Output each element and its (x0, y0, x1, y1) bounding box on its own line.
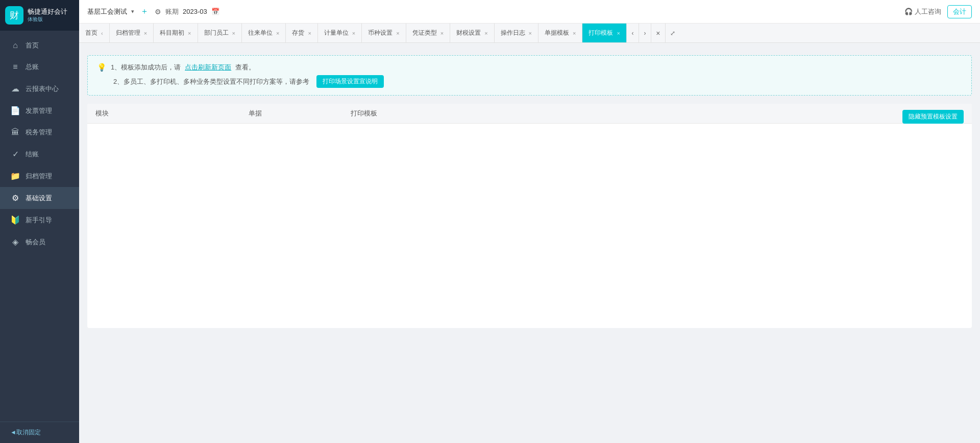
tab-voucher-type[interactable]: 凭证类型 × (406, 24, 450, 43)
company-dropdown-arrow[interactable]: ▾ (131, 8, 134, 15)
tax-icon: 🏛 (10, 128, 20, 137)
hide-template-button[interactable]: 隐藏预置模板设置 (902, 110, 964, 124)
tab-subject-close[interactable]: × (188, 30, 191, 36)
tab-tax-close[interactable]: × (484, 30, 487, 36)
unpin-button[interactable]: ◄取消固定 (0, 422, 79, 443)
sidebar-item-tax[interactable]: 🏛 税务管理 (0, 122, 79, 143)
invoice-icon: 📄 (10, 106, 20, 115)
sidebar-item-archive[interactable]: 📁 归档管理 (0, 165, 79, 187)
account-button[interactable]: 会计 (947, 5, 972, 18)
tab-home-label: 首页 (85, 29, 97, 37)
tab-close-all-button[interactable]: × (651, 24, 666, 43)
sidebar: 财 畅捷通好会计 体验版 ⌂ 首页 ≡ 总账 ☁ 云报表中心 📄 发票管理 🏛 … (0, 0, 79, 443)
guide-icon: 🔰 (10, 215, 20, 225)
sidebar-nav: ⌂ 首页 ≡ 总账 ☁ 云报表中心 📄 发票管理 🏛 税务管理 ✓ 结账 📁 归… (0, 31, 79, 422)
content-wrapper: 隐藏预置模板设置 💡 1、模板添加成功后，请 点击刷新新页面 查看。 2、多员工… (87, 51, 972, 328)
tab-next-button[interactable]: › (639, 24, 651, 43)
tab-operation-log[interactable]: 操作日志 × (495, 24, 538, 43)
topbar: 基层工会测试 ▾ ＋ ⚙ 账期 2023-03 📅 🎧 人工咨询 会计 (79, 0, 980, 24)
tab-prev-button[interactable]: ‹ (627, 24, 639, 43)
sidebar-label-archive: 归档管理 (26, 172, 52, 181)
notice-line1-suffix: 查看。 (235, 63, 255, 72)
tab-voucher-type-close[interactable]: × (440, 30, 444, 36)
tab-unit-label: 计量单位 (324, 29, 349, 37)
tab-operation-log-close[interactable]: × (529, 30, 532, 36)
tab-department[interactable]: 部门员工 × (198, 24, 242, 43)
tab-unit-close[interactable]: × (352, 30, 355, 36)
logo-subtitle: 体验版 (28, 16, 67, 23)
tab-document-template[interactable]: 单据模板 × (538, 24, 582, 43)
tab-home[interactable]: 首页 ‹ (79, 24, 110, 43)
support-button[interactable]: 🎧 人工咨询 (904, 7, 941, 16)
sidebar-item-ledger[interactable]: ≡ 总账 (0, 56, 79, 78)
sidebar-item-settle[interactable]: ✓ 结账 (0, 143, 79, 165)
sidebar-item-reports[interactable]: ☁ 云报表中心 (0, 78, 79, 100)
sidebar-label-guide: 新手引导 (26, 216, 52, 225)
ledger-icon: ≡ (10, 62, 20, 72)
sidebar-item-vip[interactable]: ◈ 畅会员 (0, 231, 79, 253)
tab-archive-label: 归档管理 (116, 29, 140, 37)
logo-text: 畅捷通好会计 体验版 (28, 8, 67, 24)
main-area: 基层工会测试 ▾ ＋ ⚙ 账期 2023-03 📅 🎧 人工咨询 会计 首页 ‹… (79, 0, 980, 443)
period-label: 账期 (165, 7, 179, 16)
tab-counterparty[interactable]: 往来单位 × (242, 24, 286, 43)
settings-icon: ⚙ (10, 193, 20, 203)
notice-line2-prefix: 2、多员工、多打印机、多种业务类型设置不同打印方案等，请参考 (113, 77, 309, 86)
tab-tax-label: 财税设置 (456, 29, 481, 37)
sidebar-item-invoice[interactable]: 📄 发票管理 (0, 100, 79, 122)
table-body (87, 124, 972, 328)
settle-icon: ✓ (10, 149, 20, 159)
lightbulb-icon: 💡 (97, 63, 107, 72)
sidebar-item-home[interactable]: ⌂ 首页 (0, 35, 79, 56)
tab-tax[interactable]: 财税设置 × (450, 24, 494, 43)
tab-document-template-close[interactable]: × (573, 30, 576, 36)
notice-box: 💡 1、模板添加成功后，请 点击刷新新页面 查看。 2、多员工、多打印机、多种业… (87, 55, 972, 96)
add-company-button[interactable]: ＋ (138, 6, 151, 17)
data-table: 模块 单据 打印模板 (87, 104, 972, 328)
cloud-icon: ☁ (10, 84, 20, 94)
tab-department-close[interactable]: × (232, 30, 235, 36)
sidebar-label-home: 首页 (26, 41, 39, 50)
tabbar: 首页 ‹ 归档管理 × 科目期初 × 部门员工 × 往来单位 × 存货 × 计量… (79, 24, 980, 43)
sidebar-logo: 财 畅捷通好会计 体验版 (0, 0, 79, 31)
tab-print-template[interactable]: 打印模板 × (582, 24, 626, 43)
tab-department-label: 部门员工 (204, 29, 229, 37)
tab-unit[interactable]: 计量单位 × (318, 24, 362, 43)
tab-currency-close[interactable]: × (396, 30, 399, 36)
tab-currency[interactable]: 币种设置 × (362, 24, 406, 43)
tab-archive-close[interactable]: × (144, 30, 147, 36)
notice-line-1: 💡 1、模板添加成功后，请 点击刷新新页面 查看。 (97, 63, 962, 72)
sidebar-label-vip: 畅会员 (26, 238, 45, 247)
vip-icon: ◈ (10, 237, 20, 247)
unpin-label: ◄取消固定 (10, 428, 41, 437)
tab-inventory[interactable]: 存货 × (286, 24, 317, 43)
tab-archive[interactable]: 归档管理 × (110, 24, 154, 43)
archive-icon: 📁 (10, 171, 20, 181)
notice-refresh-link[interactable]: 点击刷新新页面 (185, 63, 231, 72)
tab-subject[interactable]: 科目期初 × (154, 24, 198, 43)
print-scene-button[interactable]: 打印场景设置宣说明 (316, 75, 384, 88)
company-settings-icon[interactable]: ⚙ (155, 8, 161, 16)
period-value: 2023-03 (183, 8, 207, 15)
tab-subject-label: 科目期初 (160, 29, 184, 37)
sidebar-item-settings[interactable]: ⚙ 基础设置 (0, 187, 79, 209)
tab-voucher-type-label: 凭证类型 (412, 29, 437, 37)
col-module: 模块 (87, 104, 240, 123)
logo-icon: 财 (5, 6, 23, 25)
sidebar-label-reports: 云报表中心 (26, 84, 59, 94)
sidebar-item-guide[interactable]: 🔰 新手引导 (0, 209, 79, 231)
notice-line-2: 2、多员工、多打印机、多种业务类型设置不同打印方案等，请参考 打印场景设置宣说明 (97, 75, 962, 88)
tab-operation-log-label: 操作日志 (501, 29, 525, 37)
tab-counterparty-close[interactable]: × (276, 30, 279, 36)
sidebar-label-settings: 基础设置 (26, 194, 52, 203)
topbar-right: 🎧 人工咨询 会计 (904, 5, 972, 18)
sidebar-label-invoice: 发票管理 (26, 106, 52, 115)
calendar-icon[interactable]: 📅 (211, 8, 219, 15)
tab-print-template-close[interactable]: × (617, 30, 620, 36)
tab-inventory-label: 存货 (292, 29, 304, 37)
tab-inventory-close[interactable]: × (308, 30, 311, 36)
content-area: 隐藏预置模板设置 💡 1、模板添加成功后，请 点击刷新新页面 查看。 2、多员工… (79, 43, 980, 443)
tab-document-template-label: 单据模板 (545, 29, 569, 37)
sidebar-label-settle: 结账 (26, 150, 39, 159)
tab-expand-button[interactable]: ⤢ (666, 24, 680, 43)
